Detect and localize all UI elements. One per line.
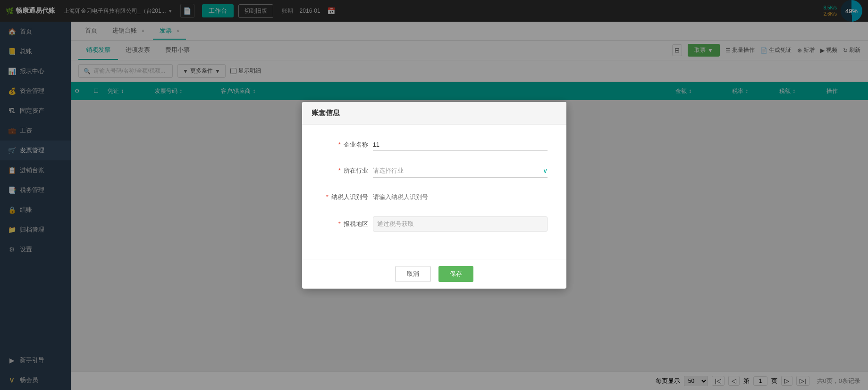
input-tax-id[interactable] [373,191,548,203]
account-info-modal: 账套信息 * 企业名称 * 所在行业 请选择行业 ∨ [302,102,566,289]
form-row-industry: * 所在行业 请选择行业 ∨ [321,164,548,178]
save-button[interactable]: 保存 [438,266,473,282]
label-company-name: * 企业名称 [321,141,373,149]
form-row-tax-id: * 纳税人识别号 [321,191,548,203]
select-industry[interactable]: 请选择行业 ∨ [373,164,548,178]
label-tax-region: * 报税地区 [321,220,373,228]
label-industry: * 所在行业 [321,166,373,175]
cancel-button[interactable]: 取消 [395,266,431,282]
form-row-tax-region: * 报税地区 通过税号获取 [321,216,548,232]
modal-overlay[interactable]: 账套信息 * 企业名称 * 所在行业 请选择行业 ∨ [0,0,868,390]
input-company-name[interactable] [373,139,548,151]
modal-title: 账套信息 [302,102,566,124]
form-row-company-name: * 企业名称 [321,139,548,151]
modal-body: * 企业名称 * 所在行业 请选择行业 ∨ * [302,124,566,259]
select-industry-arrow: ∨ [543,167,548,174]
tax-region-display: 通过税号获取 [373,216,548,232]
modal-footer: 取消 保存 [302,259,566,289]
label-tax-id: * 纳税人识别号 [321,193,373,201]
select-industry-placeholder: 请选择行业 [373,166,543,175]
